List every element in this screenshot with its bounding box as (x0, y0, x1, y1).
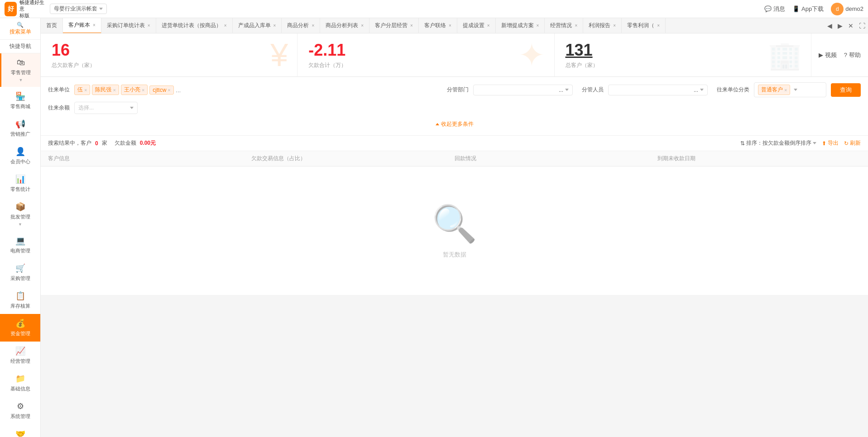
messages-button[interactable]: 💬 消息 (764, 5, 785, 13)
sidebar-item-finance[interactable]: 💰 资金管理 (0, 314, 40, 342)
remove-tag-wang[interactable]: × (142, 87, 144, 93)
logo-text: 畅捷通好生意 标版 (19, 0, 45, 19)
sidebar-item-retail[interactable]: 🛍 零售管理 ▼ (0, 53, 40, 87)
tab-purchase-order[interactable]: 采购订单统计表 × (101, 18, 156, 33)
stat-total-customers: ¥ 16 总欠款客户（家） (41, 33, 297, 76)
stat-bg-building-icon: 🏢 (768, 39, 802, 71)
sidebar-item-system[interactable]: ⚙ 系统管理 (0, 397, 40, 424)
sort-button[interactable]: ⇅ 排序：按欠款金额倒序排序 (740, 139, 816, 147)
close-icon[interactable]: × (575, 23, 577, 28)
more-tags-button[interactable]: ... (176, 86, 181, 94)
close-icon[interactable]: × (449, 23, 451, 28)
chevron-down-icon (130, 107, 134, 109)
inventory-icon: 📋 (15, 291, 25, 301)
collapse-filter-button[interactable]: 收起更多条件 (434, 119, 475, 130)
retail-mall-icon: 🏪 (15, 91, 25, 101)
company-tag-wu[interactable]: 伍 × (74, 85, 90, 95)
remove-tag-cjttcw[interactable]: × (168, 87, 170, 93)
close-icon[interactable]: × (312, 23, 314, 28)
tab-retail-profit[interactable]: 零售利润（ × (622, 18, 666, 33)
tab-inbound[interactable]: 进货单统计表（按商品） × (156, 18, 233, 33)
close-icon[interactable]: × (410, 23, 413, 28)
export-button[interactable]: ⬆ 导出 (822, 139, 839, 147)
result-bar: 搜索结果中，客户 0 家 欠款金额 0.00元 ⇅ 排序：按欠款金额倒序排序 ⬆… (41, 136, 868, 151)
tab-accounts[interactable]: 客户账本 × (63, 18, 101, 33)
close-icon[interactable]: × (273, 23, 276, 28)
close-icon[interactable]: × (224, 23, 227, 28)
sidebar-item-retail-stats[interactable]: 📊 零售统计 (0, 170, 40, 197)
company-tag-wang[interactable]: 王小亮 × (121, 85, 148, 95)
sidebar-item-marketing[interactable]: 📢 营销推广 (0, 114, 40, 142)
tab-profit-report[interactable]: 利润报告 × (583, 18, 622, 33)
tab-new-promote[interactable]: 新增提成方案 × (496, 18, 545, 33)
sidebar: 🔍 搜索菜单 快捷导航 🛍 零售管理 ▼ 🏪 零售商城 📢 营销推广 👤 会员中… (0, 18, 41, 437)
tab-maximize-button[interactable]: ⛶ (856, 18, 868, 33)
stat-debt-value: -2.11 (308, 41, 345, 60)
customer-count: 0 (95, 140, 98, 147)
sidebar-item-members[interactable]: 👤 会员中心 (0, 142, 40, 170)
sidebar-quick-nav[interactable]: 快捷导航 (0, 40, 40, 53)
stat-customers-value: 16 (52, 41, 70, 60)
filter-area: 往来单位 伍 × 陈民强 × 王小亮 × (41, 77, 868, 136)
sidebar-item-inventory[interactable]: 📋 库存核算 (0, 286, 40, 314)
user-profile[interactable]: d demo2 (831, 3, 863, 15)
customer-unit: 家 (102, 139, 107, 147)
stat-all-customers: 🏢 131 总客户（家） (555, 33, 811, 76)
balance-selector[interactable]: 选择... (74, 102, 138, 114)
category-tag-normal[interactable]: 普通客户 × (758, 85, 790, 95)
manager-selector[interactable]: ... (608, 85, 708, 95)
tab-product-list[interactable]: 商品分析列表 × (320, 18, 369, 33)
tab-biz-status[interactable]: 经营情况 × (545, 18, 583, 33)
filter-row-company: 往来单位 伍 × 陈民强 × 王小亮 × (48, 82, 861, 97)
company-tag-chen[interactable]: 陈民强 × (92, 85, 119, 95)
close-icon[interactable]: × (148, 23, 150, 28)
app-download-button[interactable]: 📱 App下载 (792, 5, 824, 13)
sidebar-item-operations[interactable]: 📈 经营管理 (0, 342, 40, 369)
remove-tag-chen[interactable]: × (113, 87, 115, 93)
store-selector[interactable]: 母婴行业演示帐套 (50, 4, 107, 14)
close-icon[interactable]: × (487, 23, 490, 28)
top-right-actions: 💬 消息 📱 App下载 d demo2 (764, 3, 863, 15)
tab-prev-button[interactable]: ◀ (825, 18, 835, 33)
sidebar-item-ecommerce[interactable]: 💻 电商管理 (0, 231, 40, 259)
tab-close-all-button[interactable]: ✕ (845, 18, 856, 33)
tab-customer-segment[interactable]: 客户分层经营 × (369, 18, 419, 33)
video-help-link[interactable]: ▶ 视频 (819, 51, 837, 59)
sidebar-item-purchase[interactable]: 🛒 采购管理 (0, 259, 40, 286)
balance-filter-label: 往来余额 (48, 104, 70, 112)
finance-icon: 💰 (15, 318, 25, 328)
sidebar-item-enterprise[interactable]: 🤝 企业协同 (0, 424, 40, 437)
department-selector[interactable]: ... (473, 85, 573, 95)
tab-customer-connect[interactable]: 客户联络 × (419, 18, 457, 33)
tab-home[interactable]: 首页 (41, 18, 63, 33)
sidebar-item-retail-mall[interactable]: 🏪 零售商城 (0, 87, 40, 114)
company-tag-cjttcw[interactable]: cjttcw × (149, 86, 173, 95)
tab-product-analysis[interactable]: 商品分析 × (282, 18, 320, 33)
close-icon[interactable]: × (361, 23, 364, 28)
stat-customers-label: 总欠款客户（家） (52, 62, 95, 69)
tab-promote-setting[interactable]: 提成设置 × (457, 18, 496, 33)
search-button[interactable]: 查询 (831, 83, 861, 97)
sidebar-search[interactable]: 🔍 搜索菜单 (0, 18, 40, 40)
close-icon[interactable]: × (537, 23, 539, 28)
stat-all-customers-label: 总客户（家） (566, 62, 598, 69)
department-filter-label: 分管部门 (447, 86, 469, 94)
remove-tag-wu[interactable]: × (84, 87, 87, 93)
sidebar-item-wholesale[interactable]: 📦 批发管理 ▼ (0, 197, 40, 231)
help-link[interactable]: ? 帮助 (844, 51, 861, 59)
members-icon: 👤 (15, 147, 25, 157)
close-icon[interactable]: × (657, 23, 660, 28)
remove-category-tag[interactable]: × (784, 87, 787, 93)
tab-produce[interactable]: 产成品入库单 × (233, 18, 282, 33)
empty-illustration: 🔍 (432, 203, 477, 245)
sidebar-item-basic-info[interactable]: 📁 基础信息 (0, 369, 40, 397)
close-icon[interactable]: × (93, 23, 96, 28)
refresh-button[interactable]: ↻ 刷新 (844, 139, 861, 147)
message-icon: 💬 (764, 5, 772, 12)
close-icon[interactable]: × (613, 23, 616, 28)
purchase-icon: 🛒 (15, 263, 25, 273)
manager-filter-label: 分管人员 (582, 86, 604, 94)
category-selector[interactable]: 普通客户 × (754, 82, 826, 97)
tab-next-button[interactable]: ▶ (835, 18, 845, 33)
download-icon: 📱 (792, 5, 800, 12)
